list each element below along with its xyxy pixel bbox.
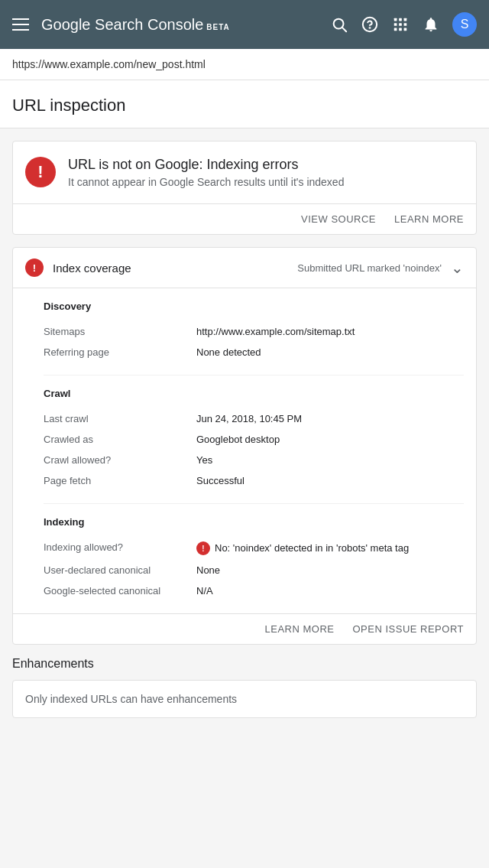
discovery-group: Discovery Sitemaps http://www.example.co…	[44, 288, 464, 375]
url-text: https://www.example.com/new_post.html	[12, 58, 206, 70]
crawled-as-row: Crawled as Googlebot desktop	[44, 429, 464, 450]
enhancements-title: Enhancements	[12, 657, 477, 671]
referring-page-row: Referring page None detected	[44, 342, 464, 362]
google-canonical-label: Google-selected canonical	[44, 585, 196, 597]
index-coverage-error-icon	[25, 258, 44, 277]
user-canonical-label: User-declared canonical	[44, 564, 196, 576]
crawled-as-label: Crawled as	[44, 434, 196, 445]
view-source-button[interactable]: VIEW SOURCE	[301, 213, 376, 225]
svg-rect-12	[404, 28, 407, 31]
url-bar: https://www.example.com/new_post.html	[0, 49, 489, 80]
svg-rect-10	[394, 28, 397, 31]
index-coverage-status: Submitted URL marked 'noindex'	[297, 262, 442, 274]
svg-rect-11	[399, 28, 402, 31]
page-fetch-label: Page fetch	[44, 475, 196, 486]
learn-more-button-section[interactable]: LEARN MORE	[265, 623, 335, 635]
error-card-footer: VIEW SOURCE LEARN MORE	[13, 203, 476, 234]
learn-more-button-top[interactable]: LEARN MORE	[394, 213, 464, 225]
svg-point-3	[370, 28, 371, 28]
app-title: Google Search Console BETA	[41, 16, 330, 34]
indexing-group: Indexing Indexing allowed? No: 'noindex'…	[44, 503, 464, 613]
svg-rect-8	[399, 23, 402, 26]
index-coverage-header[interactable]: Index coverage Submitted URL marked 'noi…	[13, 248, 476, 288]
svg-line-1	[342, 28, 346, 31]
indexing-allowed-label: Indexing allowed?	[44, 541, 196, 553]
last-crawl-value: Jun 24, 2018, 10:45 PM	[196, 413, 464, 424]
app-title-text: Google Search Console	[41, 16, 203, 34]
error-card-body: URL is not on Google: Indexing errors It…	[13, 141, 476, 203]
index-coverage-label: Index coverage	[53, 262, 297, 275]
sitemaps-value: http://www.example.com/sitemap.txt	[196, 326, 464, 337]
search-icon[interactable]	[330, 15, 348, 34]
svg-rect-5	[399, 18, 402, 21]
google-canonical-value: N/A	[196, 585, 464, 597]
error-title: URL is not on Google: Indexing errors	[68, 157, 464, 173]
apps-icon[interactable]	[391, 15, 410, 34]
indexing-allowed-value: No: 'noindex' detected in in 'robots' me…	[215, 541, 409, 555]
enhancement-card: Only indexed URLs can have enhancements	[12, 680, 477, 718]
crawl-title: Crawl	[44, 388, 464, 399]
sitemaps-row: Sitemaps http://www.example.com/sitemap.…	[44, 321, 464, 342]
crawl-allowed-label: Crawl allowed?	[44, 454, 196, 466]
index-coverage-footer: LEARN MORE OPEN ISSUE REPORT	[13, 613, 476, 644]
indexing-error-icon	[196, 541, 210, 555]
svg-rect-7	[394, 23, 397, 26]
sitemaps-label: Sitemaps	[44, 326, 196, 337]
error-text-block: URL is not on Google: Indexing errors It…	[68, 157, 464, 188]
help-icon[interactable]	[361, 15, 379, 34]
chevron-up-icon: ⌄	[451, 258, 464, 277]
crawl-group: Crawl Last crawl Jun 24, 2018, 10:45 PM …	[44, 375, 464, 503]
page-fetch-value: Successful	[196, 475, 464, 486]
indexing-allowed-row: Indexing allowed? No: 'noindex' detected…	[44, 537, 464, 560]
user-canonical-value: None	[196, 564, 464, 576]
index-coverage-detail: Discovery Sitemaps http://www.example.co…	[13, 288, 476, 613]
referring-page-label: Referring page	[44, 346, 196, 358]
content-area: URL is not on Google: Indexing errors It…	[0, 128, 489, 730]
error-card: URL is not on Google: Indexing errors It…	[12, 141, 477, 235]
user-canonical-row: User-declared canonical None	[44, 560, 464, 580]
svg-rect-4	[394, 18, 397, 21]
app-header: Google Search Console BETA	[0, 0, 489, 49]
notifications-icon[interactable]	[422, 15, 440, 34]
user-avatar[interactable]: S	[452, 12, 477, 37]
error-icon	[25, 157, 56, 187]
error-subtitle: It cannot appear in Google Search result…	[68, 176, 464, 188]
crawl-allowed-row: Crawl allowed? Yes	[44, 450, 464, 470]
index-coverage-card: Index coverage Submitted URL marked 'noi…	[12, 247, 477, 645]
beta-badge: BETA	[206, 23, 229, 31]
page-title-section: URL inspection	[0, 80, 489, 128]
last-crawl-row: Last crawl Jun 24, 2018, 10:45 PM	[44, 408, 464, 429]
page-title: URL inspection	[12, 96, 477, 115]
svg-rect-9	[404, 23, 407, 26]
indexing-title: Indexing	[44, 516, 464, 528]
google-canonical-row: Google-selected canonical N/A	[44, 580, 464, 601]
svg-rect-6	[404, 18, 407, 21]
crawl-allowed-value: Yes	[196, 454, 464, 466]
page-fetch-row: Page fetch Successful	[44, 470, 464, 491]
enhancement-text: Only indexed URLs can have enhancements	[25, 693, 237, 705]
open-issue-report-button[interactable]: OPEN ISSUE REPORT	[352, 623, 464, 635]
last-crawl-label: Last crawl	[44, 413, 196, 424]
crawled-as-value: Googlebot desktop	[196, 434, 464, 445]
indexing-allowed-error: No: 'noindex' detected in in 'robots' me…	[196, 541, 464, 555]
menu-icon[interactable]	[12, 18, 29, 31]
referring-page-value: None detected	[196, 346, 464, 358]
discovery-title: Discovery	[44, 301, 464, 312]
header-icons: S	[330, 12, 477, 37]
